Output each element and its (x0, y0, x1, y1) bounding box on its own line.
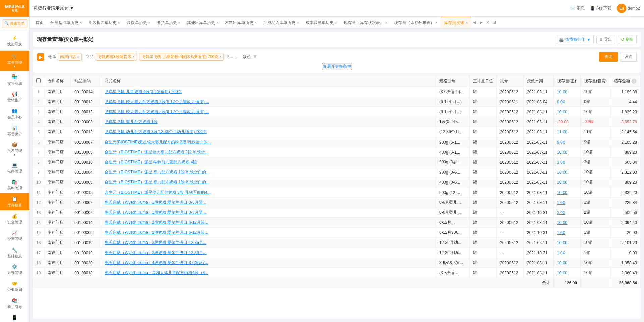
setting-button[interactable]: 设置 (620, 52, 637, 62)
table-cell[interactable]: 飞鹤星飞帆 儿童奶粉 4段(3-6岁适用) 700克 (101, 87, 436, 97)
tab-nav-close[interactable]: ✕ (484, 19, 491, 26)
sidebar-item-app-center[interactable]: 📱 应用中心 (0, 312, 29, 322)
account-selector[interactable]: 母婴行业演示账套 ▼ (34, 5, 74, 11)
tab-requisition[interactable]: 要货单历史 × (154, 17, 184, 28)
tab-close-requisition[interactable]: × (178, 21, 180, 25)
table-cell[interactable]: 10.00 (554, 268, 581, 278)
tab-close-transfer[interactable]: × (148, 21, 150, 25)
tab-stock-dist[interactable]: 现存量（库存分布表） × (391, 17, 441, 28)
tab-close-product-in[interactable]: × (297, 21, 299, 25)
table-cell[interactable]: 10.00 (554, 177, 581, 187)
table-cell[interactable]: 惠氏启赋（Wyeth illuma）2段奶粉 爱尔兰进口 6-12月较... (101, 218, 436, 228)
refresh-button[interactable]: ↺ 刷新 (618, 35, 637, 44)
sidebar-item-purchase[interactable]: 🛍️ 采购管理 (0, 176, 29, 193)
table-cell[interactable]: 惠氏启赋（Wyeth illuma）亲和人体儿童配方奶粉4段（3... (101, 268, 436, 278)
table-cell[interactable]: 飞鹤星飞帆 婴儿配方奶粉 1段 (101, 117, 436, 127)
print-button[interactable]: 🖨️ 按模板打印 ▼ (556, 35, 594, 44)
product-tag-1-close[interactable]: × (219, 55, 221, 59)
table-cell[interactable]: 1.00 (554, 248, 581, 258)
user-profile[interactable]: Ea demo2 (617, 4, 640, 13)
sidebar-item-shortcut[interactable]: ⚡ 快捷导航 (0, 32, 29, 49)
table-cell[interactable]: 合生元（BIOSTIME）派星较大婴儿配方奶粉 2段 乳铁蛋... (101, 147, 436, 157)
sidebar-item-retail-mgmt[interactable]: 🛒 零售管理 ▼ (0, 51, 29, 71)
table-cell[interactable]: 9.00 (554, 137, 581, 147)
expand-more-button[interactable]: ⊞ 展开更多条件 (322, 63, 352, 70)
table-cell[interactable]: 11.00 (554, 127, 581, 137)
tab-close-split-disk[interactable]: × (80, 21, 82, 25)
table-cell[interactable]: 飞鹤星飞帆 较大婴儿配方奶粉 2段(6-12个月婴幼儿适用) ... (101, 107, 436, 117)
table-cell[interactable]: -39.00 (554, 117, 581, 127)
sidebar-item-finance[interactable]: 💰 资金管理 (0, 210, 29, 227)
table-cell[interactable]: 10.00 (554, 238, 581, 248)
sidebar-item-member[interactable]: 👥 会员中心 (0, 105, 29, 122)
tab-material-out[interactable]: 材料出库单历史 × (222, 17, 260, 28)
table-cell[interactable]: 10.00 (554, 167, 581, 177)
sidebar-item-system[interactable]: ⚙️ 系统管理 (0, 261, 29, 278)
table-cell[interactable]: 1.00 (554, 228, 581, 238)
sidebar-item-retail-shop[interactable]: 🏪 零售商城 (0, 71, 29, 88)
export-button[interactable]: ⬇ 导出 (596, 35, 615, 44)
balance-info-icon[interactable]: i (632, 79, 636, 84)
tab-close-disassemble[interactable]: × (118, 21, 120, 25)
table-cell[interactable]: 10.00 (554, 147, 581, 157)
product-more-ellipsis[interactable]: ... (235, 55, 238, 59)
tab-close-stock-status[interactable]: × (385, 21, 387, 25)
sidebar-item-marketing[interactable]: 📢 营销推广 (0, 88, 29, 105)
sidebar-item-retail-stats[interactable]: 📊 零售统计 (0, 122, 29, 139)
table-cell[interactable]: 合生元（BIOSTIME）派星 婴儿配方奶粉 1段 乳铁蛋白的... (101, 177, 436, 187)
tab-close-stock-dist[interactable]: × (436, 21, 438, 25)
app-download-button[interactable]: 📱 App下载 (590, 5, 611, 11)
tab-close-batch-ledger[interactable]: × (466, 21, 468, 25)
tab-close-material-out[interactable]: × (255, 21, 257, 25)
product-tag-0-close[interactable]: × (133, 55, 135, 59)
table-cell[interactable]: 合生元（BIOSTIME）派星 学龄前儿童配方奶粉 4段 (101, 157, 436, 167)
table-cell[interactable]: 2.00 (554, 208, 581, 218)
sidebar-item-ecommerce[interactable]: 💻 电商管理 (0, 159, 29, 176)
tab-disassemble[interactable]: 组装拆卸单历史 × (85, 17, 123, 28)
tab-split-disk[interactable]: 分量盘点单历史 × (47, 17, 85, 28)
table-cell[interactable]: 10.00 (554, 187, 581, 198)
tab-close-other-out[interactable]: × (216, 21, 218, 25)
sidebar-item-enterprise[interactable]: 🤝 企业协同 (0, 278, 29, 295)
sidebar-item-newbie[interactable]: 📚 新手引导 (0, 295, 29, 312)
table-cell[interactable]: 10.00 (554, 87, 581, 97)
table-cell[interactable]: 惠氏启赋（Wyeth illuma）1段奶粉 爱尔兰进口 0-6月婴... (101, 208, 436, 218)
filter-expand-toggle[interactable]: ▶ (37, 53, 44, 61)
tab-product-in[interactable]: 产成品入库单历史 × (260, 17, 302, 28)
table-cell[interactable]: 惠氏启赋（Wyeth illuma）1段奶粉 爱尔兰进口 0-6月婴... (101, 198, 436, 208)
table-cell[interactable]: 飞鹤星飞帆 幼儿配方奶粉 3段(12-36个月幼儿适用) 700克 (101, 127, 436, 137)
table-cell[interactable]: 1.00 (554, 198, 581, 208)
table-cell[interactable]: 合生元（BIOSTIME）派星 婴儿配方奶粉 1段 乳铁蛋白的... (101, 167, 436, 177)
sidebar-item-operations[interactable]: 📈 经营管理 (0, 227, 29, 244)
tab-nav-maximize[interactable]: ⊡ (491, 19, 498, 26)
table-cell[interactable]: 3.00 (554, 157, 581, 167)
tab-other-out[interactable]: 其他出库单历史 × (183, 17, 222, 28)
query-button[interactable]: 查询 (599, 52, 618, 62)
table-cell[interactable]: 惠氏启赋（Wyeth illuma）3段奶粉 爱尔兰进口 12-36月... (101, 238, 436, 248)
table-cell[interactable]: 10.00 (554, 107, 581, 117)
search-button[interactable]: 🔍 搜索英单 (2, 19, 27, 28)
color-dropdown[interactable]: ▼ (252, 53, 258, 60)
product-ellipsis[interactable]: 飞... (226, 54, 233, 60)
tab-home[interactable]: 首页 (32, 17, 47, 28)
table-cell[interactable]: 合生元（BIOSTIME）派星幼儿配方奶粉 3段 乳铁蛋白的4... (101, 187, 436, 198)
table-cell[interactable]: 惠氏启赋（Wyeth illuma）3段奶粉 爱尔兰进口 12-36月... (101, 248, 436, 258)
tab-transfer[interactable]: 调拨单历史 × (123, 17, 154, 28)
table-cell[interactable]: 惠氏启赋（Wyeth illuma）4段奶粉 爱尔兰进口 3-6岁及7... (101, 258, 436, 268)
sidebar-item-wholesale[interactable]: 📦 批发管理 ▼ (0, 139, 29, 159)
tab-close-cost-adjust[interactable]: × (335, 21, 337, 25)
table-cell[interactable]: 惠氏启赋（Wyeth illuma）2段奶粉 爱尔兰进口 6-12月较... (101, 228, 436, 238)
sidebar-item-basics[interactable]: 🔧 基础信息 (0, 244, 29, 261)
sidebar-item-inventory[interactable]: 📋 库存核算 (0, 193, 29, 210)
table-cell[interactable]: 10.00 (554, 218, 581, 228)
tab-cost-adjust[interactable]: 成本调整单历史 × (302, 17, 340, 28)
warehouse-tag-close[interactable]: × (77, 55, 79, 59)
message-button[interactable]: ✉️ 消息 (570, 5, 585, 11)
select-all-checkbox[interactable] (36, 78, 41, 83)
tab-stock-status[interactable]: 现存量（库存状况表） × (340, 17, 391, 28)
table-cell[interactable]: 合生元(BIOSTIME)派星较大婴儿配方奶粉 2段 乳铁蛋白的... (101, 137, 436, 147)
tab-nav-prev[interactable]: ◀ (471, 19, 478, 26)
tab-batch-ledger[interactable]: 库存批次账 × (441, 17, 471, 28)
table-cell[interactable]: 0.00 (554, 97, 581, 107)
table-cell[interactable]: 10.00 (554, 258, 581, 268)
